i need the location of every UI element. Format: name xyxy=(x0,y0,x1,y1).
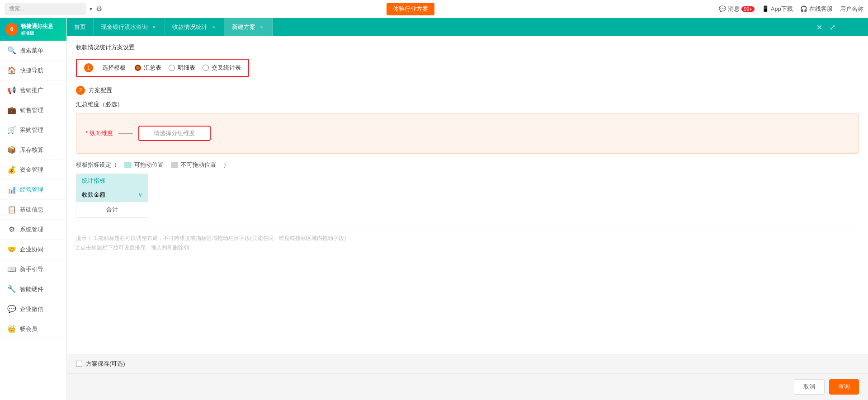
radio-summary-input[interactable] xyxy=(135,65,141,71)
step2-header: 2 方案配置 xyxy=(76,86,859,95)
download-icon: 📱 xyxy=(762,5,769,12)
sidebar-item-member[interactable]: 👑 畅会员 xyxy=(0,319,66,339)
tab-receipt-label: 收款情况统计 xyxy=(172,23,208,31)
logo-icon: 6 xyxy=(5,23,18,36)
metrics-total-cell: 合计 xyxy=(76,202,148,217)
sidebar-item-basic[interactable]: 📋 基础信息 xyxy=(0,200,66,220)
tab-bank[interactable]: 现金银行流水查询 × xyxy=(94,18,165,36)
radio-summary[interactable]: 汇总表 xyxy=(135,64,161,72)
radio-cross-input[interactable] xyxy=(203,65,209,71)
metrics-setting: 模板指标设定（ 可拖动位置 不可拖动位置 ） xyxy=(76,161,859,218)
message-item[interactable]: 💬 消息 99+ xyxy=(719,5,755,13)
sidebar-item-label: 经营管理 xyxy=(20,186,43,194)
sidebar: 6 畅捷通好生意 标准版 🔍 搜索菜单 🏠 快捷导航 📢 营销推广 💼 销售管理… xyxy=(0,18,67,400)
sidebar-item-search[interactable]: 🔍 搜索菜单 xyxy=(0,41,66,61)
sidebar-item-finance[interactable]: 💰 资金管理 xyxy=(0,160,66,180)
step2-section: 2 方案配置 汇总维度（必选） * 纵向维度 —— 请选择分组维度 xyxy=(76,86,859,252)
sidebar-item-sales[interactable]: 💼 销售管理 xyxy=(0,100,66,120)
hardware-icon: 🔧 xyxy=(7,285,16,293)
metrics-dropdown-icon[interactable]: ∨ xyxy=(138,192,142,198)
message-label: 消息 xyxy=(728,5,740,13)
cancel-button[interactable]: 取消 xyxy=(794,379,825,395)
message-icon: 💬 xyxy=(719,5,726,12)
metrics-close-paren: ） xyxy=(223,161,229,169)
step1-header: 1 选择模板 汇总表 明细表 xyxy=(76,59,859,77)
page-title: 收款情况统计方案设置 xyxy=(76,43,859,52)
gear-icon[interactable]: ⚙ xyxy=(96,5,102,13)
inventory-icon: 📦 xyxy=(7,146,16,154)
metrics-amount-header[interactable]: 收款金额 ∨ xyxy=(76,188,148,202)
home-icon: 🏠 xyxy=(7,66,16,75)
metrics-category-label: 统计指标 xyxy=(82,177,105,185)
hint-line-2: 2.点击标题栏下拉可设置排序、插入列和删除列 xyxy=(76,244,859,252)
wechat-icon: 💬 xyxy=(7,305,16,313)
tab-receipt[interactable]: 收款情况统计 × xyxy=(165,18,225,36)
radio-detail-input[interactable] xyxy=(169,65,175,71)
sidebar-item-label: 营销推广 xyxy=(20,86,43,94)
tab-new-plan[interactable]: 新建方案 × xyxy=(225,18,273,36)
tab-new-plan-close[interactable]: × xyxy=(258,23,265,31)
sidebar-item-wechat[interactable]: 💬 企业微信 xyxy=(0,299,66,319)
sidebar-item-purchase[interactable]: 🛒 采购管理 xyxy=(0,120,66,140)
sidebar-item-label: 企业微信 xyxy=(20,305,43,313)
step1-section: 1 选择模板 汇总表 明细表 xyxy=(76,59,859,77)
query-button[interactable]: 查询 xyxy=(829,379,859,395)
sidebar-item-label: 库存核算 xyxy=(20,146,43,154)
radio-summary-label: 汇总表 xyxy=(144,64,161,72)
legend-fixed: 不可拖动位置 xyxy=(171,161,216,169)
system-icon: ⚙ xyxy=(7,225,16,234)
tab-close-all-icon[interactable]: ✕ xyxy=(815,21,824,33)
tab-receipt-close[interactable]: × xyxy=(210,23,217,31)
tab-bank-close[interactable]: × xyxy=(151,23,157,31)
step1-number: 1 xyxy=(84,63,93,72)
fixed-box-icon xyxy=(171,162,178,168)
guide-icon: 📖 xyxy=(7,265,16,273)
sales-icon: 💼 xyxy=(7,106,16,114)
sidebar-item-home[interactable]: 🏠 快捷导航 xyxy=(0,61,66,80)
radio-cross-label: 交叉统计表 xyxy=(212,64,241,72)
sidebar-item-label: 新手引导 xyxy=(20,265,43,273)
service-icon: 🎧 xyxy=(800,5,807,12)
header-dropdown-button[interactable]: ▾ xyxy=(90,6,92,12)
sidebar-item-inventory[interactable]: 📦 库存核算 xyxy=(0,140,66,160)
sidebar-item-marketing[interactable]: 📢 营销推广 xyxy=(0,80,66,100)
metrics-header: 模板指标设定（ 可拖动位置 不可拖动位置 ） xyxy=(76,161,859,169)
sidebar-item-management[interactable]: 📊 经营管理 xyxy=(0,180,66,200)
template-radio-group: 汇总表 明细表 交叉统计表 xyxy=(135,64,241,72)
save-plan-checkbox[interactable] xyxy=(76,361,82,367)
service-item[interactable]: 🎧 在线客服 xyxy=(800,5,833,13)
tab-home-label: 首页 xyxy=(74,23,86,31)
tab-home[interactable]: 首页 xyxy=(67,18,94,36)
download-item[interactable]: 📱 App下载 xyxy=(762,5,793,13)
trial-button[interactable]: 体验行业方案 xyxy=(387,3,434,15)
radio-cross[interactable]: 交叉统计表 xyxy=(203,64,241,72)
step2-number: 2 xyxy=(76,86,85,95)
service-label: 在线客服 xyxy=(809,5,833,13)
dimension-arrow: —— xyxy=(118,129,133,137)
radio-detail[interactable]: 明细表 xyxy=(169,64,195,72)
logo-text: 畅捷通好生意 标准版 xyxy=(21,23,53,37)
draggable-box-icon xyxy=(124,162,132,168)
sidebar-item-hardware[interactable]: 🔧 智能硬件 xyxy=(0,279,66,299)
fixed-label: 不可拖动位置 xyxy=(181,161,216,169)
sidebar-item-guide[interactable]: 📖 新手引导 xyxy=(0,259,66,279)
step2-title: 方案配置 xyxy=(89,86,112,94)
header-search-bar[interactable]: 搜索... xyxy=(5,3,86,15)
metrics-table: 统计指标 收款金额 ∨ 合计 xyxy=(76,174,148,218)
tab-new-plan-label: 新建方案 xyxy=(232,23,255,31)
top-header: 搜索... ▾ ⚙ 体验行业方案 💬 消息 99+ 📱 App下载 🎧 在线客服… xyxy=(0,0,868,18)
config-section: 汇总维度（必选） * 纵向维度 —— 请选择分组维度 模板指标设定（ xyxy=(76,100,859,252)
draggable-label: 可拖动位置 xyxy=(134,161,164,169)
sidebar-item-label: 畅会员 xyxy=(20,325,38,333)
sidebar-item-enterprise[interactable]: 🤝 企业协同 xyxy=(0,240,66,259)
page-content: 收款情况统计方案设置 1 选择模板 汇总表 xyxy=(67,36,868,354)
management-icon: 📊 xyxy=(7,185,16,194)
hint-line-1: 提示： 1.拖动标题栏可以调整布局，不可跨维度或指标区域拖动栏目字段(只能在同一… xyxy=(76,235,859,242)
metrics-category-header: 统计指标 xyxy=(76,174,148,188)
dimension-select-button[interactable]: 请选择分组维度 xyxy=(138,126,211,141)
tab-expand-icon[interactable]: ⤢ xyxy=(828,21,837,33)
dimension-area: * 纵向维度 —— 请选择分组维度 xyxy=(76,113,859,154)
radio-detail-label: 明细表 xyxy=(178,64,195,72)
sidebar-item-system[interactable]: ⚙ 系统管理 xyxy=(0,220,66,240)
purchase-icon: 🛒 xyxy=(7,126,16,134)
